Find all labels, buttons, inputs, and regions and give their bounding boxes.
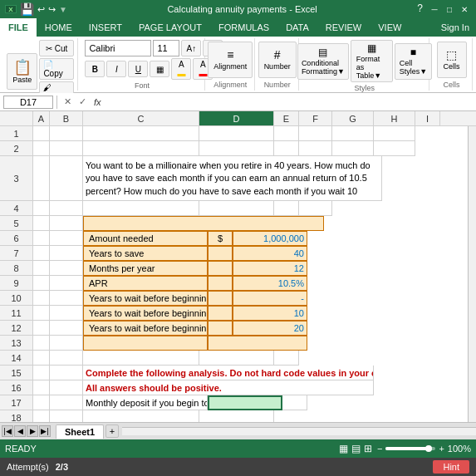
cell-instruction2[interactable]: All answers should be positive.	[83, 380, 374, 395]
col-header-a[interactable]: A	[33, 111, 50, 125]
close-button[interactable]: ✕	[458, 2, 471, 16]
cell-instruction1[interactable]: Complete the following analysis. Do not …	[83, 366, 374, 380]
cell-c1[interactable]	[83, 126, 199, 141]
cell-c10[interactable]: Years to wait before beginning	[83, 291, 208, 306]
cell-b3[interactable]	[50, 156, 83, 201]
page-break-icon[interactable]: ⊞	[364, 443, 372, 454]
sheet-tab-1[interactable]: Sheet1	[56, 424, 104, 439]
minimize-button[interactable]: ─	[428, 2, 441, 16]
enter-formula-button[interactable]: ✓	[76, 96, 89, 109]
col-header-i[interactable]: I	[415, 111, 440, 125]
cell-c7[interactable]: Years to save	[83, 246, 208, 261]
col-header-h[interactable]: H	[374, 111, 415, 125]
border-button[interactable]: ▦	[150, 61, 169, 77]
row-header-12[interactable]: 12	[0, 321, 32, 336]
cell-d6-dollar[interactable]: $	[208, 231, 233, 246]
cell-d13[interactable]	[208, 336, 307, 351]
font-size-input[interactable]	[153, 40, 179, 56]
paste-button[interactable]: 📋 Paste	[7, 53, 37, 90]
cell-e1[interactable]	[274, 126, 299, 141]
cell-styles-button[interactable]: ■ CellStyles▼	[395, 43, 432, 80]
row-header-15[interactable]: 15	[0, 366, 32, 380]
row-header-18[interactable]: 18	[0, 410, 32, 422]
row-header-6[interactable]: 6	[0, 231, 32, 246]
cell-a7[interactable]	[33, 246, 50, 261]
cell-b6[interactable]	[50, 231, 83, 246]
italic-button[interactable]: I	[106, 61, 126, 77]
cancel-formula-button[interactable]: ✕	[61, 96, 74, 109]
col-header-f[interactable]: F	[299, 111, 332, 125]
cell-a2[interactable]	[33, 141, 50, 156]
row-header-11[interactable]: 11	[0, 306, 32, 321]
row-header-8[interactable]: 8	[0, 261, 32, 276]
cell-a13[interactable]	[33, 336, 50, 351]
cell-c14[interactable]	[83, 351, 199, 366]
row-header-17[interactable]: 17	[0, 395, 32, 410]
cell-a11[interactable]	[33, 306, 50, 321]
cell-a12[interactable]	[33, 321, 50, 336]
horizontal-scrollbar[interactable]	[122, 427, 476, 435]
cell-f2[interactable]	[299, 141, 332, 156]
cell-a18[interactable]	[33, 410, 50, 422]
zoom-out-icon[interactable]: −	[377, 444, 382, 454]
cell-d17-value[interactable]	[208, 395, 282, 410]
alignment-button[interactable]: ≡ Alignment	[208, 42, 253, 78]
cell-c18[interactable]	[83, 410, 199, 422]
cell-b13[interactable]	[50, 336, 83, 351]
vertical-scrollbar[interactable]	[468, 126, 476, 422]
cell-a17[interactable]	[33, 395, 50, 410]
cell-g2[interactable]	[332, 141, 374, 156]
tab-file[interactable]: FILE	[0, 18, 37, 37]
row-header-4[interactable]: 4	[0, 201, 32, 216]
cell-a14[interactable]	[33, 351, 50, 366]
quick-access-more[interactable]: ▼	[59, 5, 67, 14]
cell-f4[interactable]	[299, 201, 332, 216]
cell-d12-empty[interactable]	[208, 321, 233, 336]
cell-d9-empty[interactable]	[208, 276, 233, 291]
row-header-7[interactable]: 7	[0, 246, 32, 261]
col-header-g[interactable]: G	[332, 111, 374, 125]
cell-e10-value[interactable]: -	[233, 291, 307, 306]
cell-c6[interactable]: Amount needed	[83, 231, 208, 246]
cell-c2[interactable]	[83, 141, 199, 156]
cell-e17[interactable]	[282, 395, 307, 410]
cell-c17-label[interactable]: Monthly deposit if you begin today	[83, 395, 208, 410]
tab-formulas[interactable]: FORMULAS	[210, 18, 277, 37]
cell-a4[interactable]	[33, 201, 50, 216]
font-family-input[interactable]	[85, 40, 151, 56]
cell-e6-value[interactable]: 1,000,000	[233, 231, 307, 246]
cell-e11-value[interactable]: 10	[233, 306, 307, 321]
copy-button[interactable]: 📄 Copy	[39, 58, 74, 80]
cell-a10[interactable]	[33, 291, 50, 306]
cell-c4[interactable]	[83, 201, 199, 216]
cell-e7-value[interactable]: 40	[233, 246, 307, 261]
cell-b16[interactable]	[50, 380, 83, 395]
cell-b14[interactable]	[50, 351, 83, 366]
conditional-formatting-button[interactable]: ▤ ConditionalFormatting▼	[297, 43, 349, 80]
col-header-d[interactable]: D	[199, 111, 274, 125]
cell-e12-value[interactable]: 20	[233, 321, 307, 336]
redo-icon[interactable]: ↪	[48, 4, 56, 15]
cell-h2[interactable]	[374, 141, 415, 156]
cell-d14[interactable]	[199, 351, 274, 366]
cell-b2[interactable]	[50, 141, 83, 156]
row-header-13[interactable]: 13	[0, 336, 32, 351]
cell-e4[interactable]	[274, 201, 299, 216]
bold-button[interactable]: B	[85, 61, 105, 77]
increase-font-button[interactable]: A↑	[181, 40, 201, 56]
tab-review[interactable]: REVIEW	[317, 18, 370, 37]
cell-c12[interactable]: Years to wait before beginning	[83, 321, 208, 336]
cell-b15[interactable]	[50, 366, 83, 380]
cell-info-box-header[interactable]	[83, 216, 324, 231]
cell-c13[interactable]	[83, 336, 208, 351]
cell-g1[interactable]	[332, 126, 374, 141]
cell-a9[interactable]	[33, 276, 50, 291]
cell-b7[interactable]	[50, 246, 83, 261]
cell-a16[interactable]	[33, 380, 50, 395]
cell-b9[interactable]	[50, 276, 83, 291]
tab-view[interactable]: VIEW	[370, 18, 410, 37]
cell-b18[interactable]	[50, 410, 83, 422]
row-header-5[interactable]: 5	[0, 216, 32, 231]
cell-b4[interactable]	[50, 201, 83, 216]
row-header-9[interactable]: 9	[0, 276, 32, 291]
